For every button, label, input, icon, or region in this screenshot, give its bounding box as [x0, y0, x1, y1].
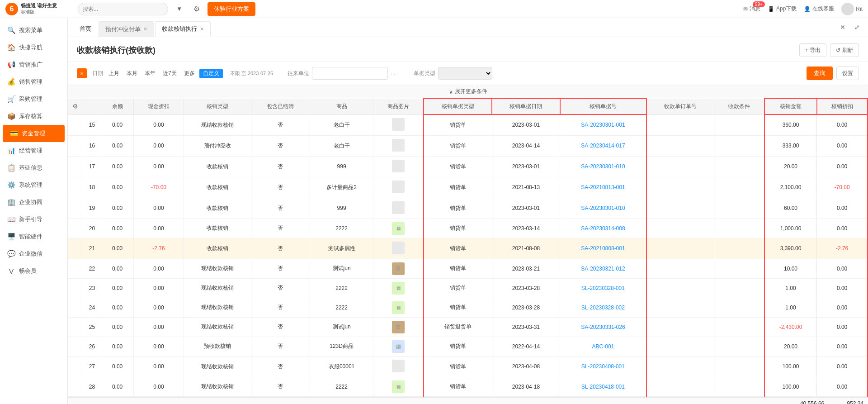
content-area: 首页 预付冲应付单 ✕ 收款核销执行 ✕ ✕ ⤢ 收款核销执行(按收款): [68, 18, 868, 404]
search-input[interactable]: [78, 3, 168, 15]
table-row: 22 0.00 0.00 现结收款核销 否 测试jun 🖼 销货单 2023-0…: [68, 259, 868, 278]
col-receipt-order-cell: [646, 377, 714, 396]
table-wrapper: ⚙ 余额 现金折扣 核销类型 包含已结清 商品 商品图片 核销单据类型 核销单据…: [68, 98, 868, 404]
refresh-button[interactable]: ↺ 刷新: [830, 43, 859, 57]
bill-no-link[interactable]: SA-20230301-001: [581, 122, 625, 128]
app-download-item[interactable]: 📱 App下载: [768, 5, 797, 13]
dropdown-button[interactable]: ▼: [173, 3, 186, 15]
sidebar-item-quicknav[interactable]: 🏠 快捷导航: [0, 39, 67, 56]
sidebar-item-inventory[interactable]: 📦 库存核算: [0, 108, 67, 125]
voucher-type-select[interactable]: [438, 67, 492, 80]
product-thumb: ▦: [392, 282, 405, 295]
col-receipt-order-cell: [646, 135, 714, 156]
bill-no-link[interactable]: SL-20230418-001: [581, 384, 625, 390]
tab-writeoff-close[interactable]: ✕: [200, 26, 204, 32]
bill-no-link[interactable]: SA-20230321-012: [581, 266, 625, 272]
sidebar-item-purchase[interactable]: 🛒 采购管理: [0, 90, 67, 108]
col-receipt-order-cell: [646, 114, 714, 135]
col-receipt-order-cell: [646, 337, 714, 356]
col-writeoff-amount-cell: 333.00: [764, 135, 817, 156]
date-more[interactable]: 更多: [181, 69, 198, 78]
col-bill-no-cell: SA-20230301-010: [560, 156, 646, 177]
date-last-month[interactable]: 上月: [106, 69, 122, 78]
notifications-icon-item[interactable]: ✉ 消息 99+: [743, 5, 760, 13]
column-settings-icon[interactable]: ⚙: [72, 103, 78, 110]
tab-home[interactable]: 首页: [73, 21, 98, 37]
col-writeoff-amount-cell: 1,000.00: [764, 219, 817, 238]
maximize-button[interactable]: ⤢: [852, 22, 863, 33]
sidebar-item-operations[interactable]: 📊 经营管理: [0, 142, 67, 159]
sidebar-item-member[interactable]: V 畅会员: [0, 262, 67, 280]
col-balance-cell: 0.00: [101, 135, 134, 156]
product-thumb: ▦: [392, 380, 405, 393]
table-row: 25 0.00 0.00 现结收款核销 否 测试jun 🖼 销货退货单 2023…: [68, 317, 868, 337]
date-7days[interactable]: 近7天: [160, 69, 179, 78]
settings-gear-icon[interactable]: ⚙: [190, 3, 203, 15]
date-this-month[interactable]: 本月: [124, 69, 140, 78]
sidebar-item-corp[interactable]: 🏢 企业协同: [0, 194, 67, 211]
col-bill-type-cell: 销货单: [424, 337, 492, 356]
bill-no-link[interactable]: ABC-001: [592, 343, 614, 350]
col-settings[interactable]: ⚙: [68, 99, 83, 114]
col-seq-cell: 16: [83, 135, 101, 156]
bill-no-link[interactable]: SA-20210813-001: [581, 184, 625, 190]
tab-prepaid-close[interactable]: ✕: [143, 26, 147, 32]
user-profile[interactable]: Rit: [841, 3, 863, 15]
bill-no-link[interactable]: SL-20230328-002: [581, 304, 625, 311]
col-writeoff-type-cell: 预收款核销: [184, 337, 251, 356]
col-writeoff-amount-cell: -2,430.00: [764, 317, 817, 337]
bill-no-link[interactable]: SA-20230301-010: [581, 205, 625, 211]
partner-dots: ...: [391, 70, 399, 76]
col-bill-type-cell: 销货单: [424, 356, 492, 377]
col-seq-cell: 23: [83, 278, 101, 298]
settings-button[interactable]: 设置: [836, 67, 859, 80]
sidebar-item-finance[interactable]: 💳 资金管理: [3, 125, 65, 142]
bill-no-link[interactable]: SA-20230331-026: [581, 324, 625, 330]
industry-solution-button[interactable]: 休验行业方案: [208, 2, 255, 16]
bill-no-link[interactable]: SA-20230414-017: [581, 143, 625, 149]
sidebar-item-basicinfo[interactable]: 📋 基础信息: [0, 159, 67, 176]
partner-input[interactable]: [312, 67, 388, 80]
brand-name: 畅捷通 谱好生意 标准版: [21, 2, 57, 15]
date-custom[interactable]: 自定义: [199, 69, 223, 78]
col-cash-discount-cell: 0.00: [134, 377, 184, 396]
table-row: 18 0.00 -70.00 收款核销 否 多计量商品2 销货单 2021-08…: [68, 177, 868, 198]
col-writeoff-type-cell: 现结收款核销: [184, 259, 251, 278]
product-thumb: [392, 181, 405, 193]
tab-writeoff[interactable]: 收款核销执行 ✕: [155, 21, 211, 37]
col-bill-date-cell: 2023-04-18: [492, 377, 560, 396]
col-balance-cell: 0.00: [101, 259, 134, 278]
expand-more-button[interactable]: ∨ 展开更多条件: [449, 88, 487, 95]
sidebar-item-marketing[interactable]: 📢 营销推广: [0, 56, 67, 73]
col-bill-type-cell: 销货单: [424, 278, 492, 298]
col-included-cleared-cell: 否: [251, 278, 310, 298]
bill-no-link[interactable]: SL-20230328-001: [581, 285, 625, 291]
export-button[interactable]: ↑ 导出: [799, 43, 826, 57]
tab-prepaid[interactable]: 预付冲应付单 ✕: [99, 21, 154, 37]
col-cash-discount-cell: 0.00: [134, 356, 184, 377]
bill-no-link[interactable]: SL-20230408-001: [581, 363, 625, 370]
col-bill-no-cell: SL-20230328-002: [560, 298, 646, 317]
bill-no-link[interactable]: SA-20230301-010: [581, 163, 625, 170]
sidebar-item-search[interactable]: 🔍 搜索菜单: [0, 22, 67, 39]
col-product-image-cell: [373, 238, 424, 259]
close-tab-button[interactable]: ✕: [837, 22, 848, 33]
date-this-year[interactable]: 本年: [142, 69, 158, 78]
sidebar-item-system[interactable]: ⚙️ 系统管理: [0, 176, 67, 194]
sidebar-item-wechat[interactable]: 💬 企业微信: [0, 245, 67, 262]
sidebar-item-guide[interactable]: 📖 新手引导: [0, 211, 67, 228]
page-title: 收款核销执行(按收款): [77, 45, 156, 56]
col-payment-terms-cell: [714, 177, 764, 198]
query-button[interactable]: 查询: [807, 67, 833, 80]
filter-toggle-button[interactable]: »: [77, 68, 87, 78]
bill-no-link[interactable]: SA-20230314-008: [581, 225, 625, 232]
online-service-item[interactable]: 👤 在线客服: [804, 5, 834, 13]
col-balance-cell: 0.00: [101, 278, 134, 298]
col-writeoff-discount-cell: -2.76: [817, 238, 868, 259]
col-settings-cell: [68, 278, 83, 298]
sidebar-item-sales[interactable]: 💰 销售管理: [0, 73, 67, 90]
sidebar-item-hardware[interactable]: 🖥️ 智能硬件: [0, 228, 67, 245]
tab-prepaid-label: 预付冲应付单: [105, 25, 141, 33]
bill-no-link[interactable]: SA-20210808-001: [581, 245, 625, 252]
col-receipt-order-cell: [646, 356, 714, 377]
